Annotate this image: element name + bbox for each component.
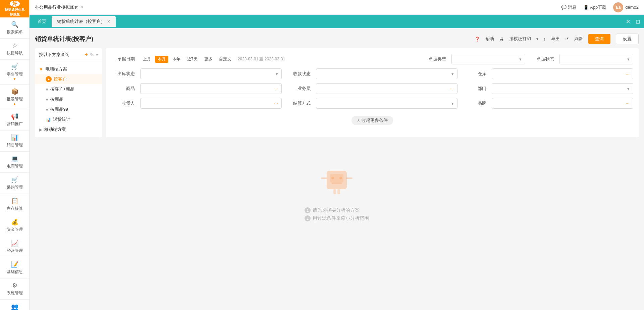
doc-status-select[interactable]: ▾ xyxy=(559,54,633,64)
scheme-panel-title: 按以下方案查询 xyxy=(39,52,69,58)
scheme-goods-label: 按商品 xyxy=(50,96,63,102)
ecommerce-icon: 💻 xyxy=(11,155,18,162)
sidebar-item-wholesale[interactable]: 📦 批发管理 ▲ xyxy=(0,85,29,109)
tab-close-all-icon[interactable]: ✕ xyxy=(625,17,632,26)
date-tab-this-year[interactable]: 本年 xyxy=(170,56,183,63)
salesperson-ellipsis[interactable]: ··· xyxy=(450,86,454,91)
scheme-item-return[interactable]: 📊 退货统计 xyxy=(35,114,102,124)
tab-sales-report-label: 销货单统计表（按客户） xyxy=(57,18,105,24)
scheme-actions: + ✎ « xyxy=(85,52,98,58)
collapse-button[interactable]: ∧ 收起更多条件 xyxy=(352,116,393,125)
date-tab-this-month[interactable]: 本月 xyxy=(155,56,168,63)
goods-select[interactable]: ··· xyxy=(140,83,282,94)
recipient-ellipsis[interactable]: ··· xyxy=(274,101,278,106)
sidebar-item-purchase[interactable]: 🛒 采购管理 xyxy=(0,173,29,194)
industry-dropdown-icon[interactable]: ▾ xyxy=(81,5,83,9)
refresh-icon: ↺ xyxy=(565,37,569,42)
export-button[interactable]: ↑ 导出 xyxy=(544,36,560,42)
app-download-button[interactable]: 📱 App下载 xyxy=(583,4,606,10)
user-name: demo2 xyxy=(625,5,639,10)
tab-sales-report[interactable]: 销货单统计表（按客户） ✕ xyxy=(52,16,116,27)
date-tabs: 上月 本月 本年 近7天 更多 自定义 2023-03-01 至 2023-03… xyxy=(140,56,285,63)
doc-type-select[interactable]: ▾ xyxy=(451,54,525,64)
filter-panel: 单据日期 上月 本月 本年 近7天 更多 自定义 2023-03-01 至 20… xyxy=(106,48,639,137)
recipient-select[interactable]: ··· xyxy=(140,98,282,109)
sidebar-item-collab[interactable]: 👥 企业协同 xyxy=(0,300,29,310)
scheme-add-icon[interactable]: + xyxy=(85,52,88,58)
scheme-return-icon: 📊 xyxy=(46,117,51,122)
sidebar-item-inventory[interactable]: 📋 库存核算 xyxy=(0,194,29,215)
date-tab-7days[interactable]: 近7天 xyxy=(184,56,200,63)
date-tab-more[interactable]: 更多 xyxy=(202,56,215,63)
scheme-group-pc-label: 电脑端方案 xyxy=(45,66,67,72)
sidebar-item-finance[interactable]: 💰 资金管理 xyxy=(0,215,29,236)
receipt-status-select[interactable]: ▾ xyxy=(316,68,458,79)
date-tab-last-month[interactable]: 上月 xyxy=(140,56,154,63)
sidebar-item-search[interactable]: 🔍 搜索菜单 xyxy=(0,17,29,39)
date-tab-custom[interactable]: 自定义 xyxy=(216,56,234,63)
goods-ellipsis[interactable]: ··· xyxy=(274,86,278,91)
salesperson-select[interactable]: ··· xyxy=(316,83,458,94)
settlement-select[interactable]: ▾ xyxy=(316,98,458,109)
scheme-collapse-icon[interactable]: « xyxy=(96,52,98,57)
query-button[interactable]: 查询 xyxy=(588,34,610,44)
scheme-group-arrow: ▼ xyxy=(39,67,43,72)
logo-subtitle: 标准版 xyxy=(10,12,20,17)
sidebar-item-nav[interactable]: ☆ 快捷导航 xyxy=(0,39,29,60)
empty-hints: 1 请先选择要分析的方案 2 用过滤条件来缩小分析范围 xyxy=(305,205,369,223)
message-button[interactable]: 💬 消息 xyxy=(561,4,577,10)
doc-status-label: 单据状态 xyxy=(531,56,554,62)
sidebar-label-sales: 销售管理 xyxy=(7,142,23,148)
tab-close-icon[interactable]: ✕ xyxy=(107,19,110,24)
header-right: 💬 消息 📱 App下载 Ea demo2 xyxy=(561,2,639,12)
scheme-customer-goods-label: 按客户+商品 xyxy=(50,86,75,92)
settings-button[interactable]: 设置 xyxy=(616,34,639,44)
svg-rect-5 xyxy=(333,189,336,194)
refresh-button[interactable]: ↺ 刷新 xyxy=(565,36,583,42)
inventory-icon: 📋 xyxy=(11,197,18,205)
scheme-tree: ▼ 电脑端方案 ● 按客户 ≡ 按客户+商品 ≡ 按商品 xyxy=(35,61,102,137)
tab-restore-icon[interactable]: ⊡ xyxy=(634,17,641,26)
marketing-icon: 📢 xyxy=(11,113,18,120)
sidebar: 好 畅捷通好生意 标准版 🔍 搜索菜单 ☆ 快捷导航 🛒 零售管理 ▼ 📦 批发… xyxy=(0,0,30,310)
sidebar-item-ecommerce[interactable]: 💻 电商管理 xyxy=(0,152,29,173)
scheme-group-mobile-label: 移动端方案 xyxy=(44,126,66,133)
print-arrow-icon: ▾ xyxy=(536,37,538,41)
sidebar-item-system[interactable]: ⚙ 系统管理 xyxy=(0,278,29,300)
scheme-item-customer[interactable]: ● 按客户 xyxy=(35,74,102,84)
tab-bar: 首页 销货单统计表（按客户） ✕ ✕ ⊡ xyxy=(30,15,644,28)
warehouse-ellipsis[interactable]: ··· xyxy=(626,71,630,76)
sidebar-item-basic[interactable]: 📝 基础信息 xyxy=(0,257,29,278)
empty-svg xyxy=(317,164,357,198)
department-select[interactable]: ▾ xyxy=(492,83,633,94)
collab-icon: 👥 xyxy=(11,303,18,310)
sidebar-label-inventory: 库存核算 xyxy=(7,206,23,211)
sidebar-item-operation[interactable]: 📈 经营管理 xyxy=(0,236,29,257)
brand-ellipsis[interactable]: ··· xyxy=(626,101,630,106)
brand-select[interactable]: ··· xyxy=(492,98,633,109)
sidebar-item-marketing[interactable]: 📢 营销推广 xyxy=(0,109,29,131)
tab-home[interactable]: 首页 xyxy=(32,16,52,27)
avatar: Ea xyxy=(613,2,623,12)
warehouse-select[interactable]: ··· xyxy=(492,68,633,79)
hint-num-1: 1 xyxy=(305,207,311,213)
collapse-label: 收起更多条件 xyxy=(362,117,388,123)
scheme-group-pc[interactable]: ▼ 电脑端方案 xyxy=(35,64,102,74)
scheme-group-mobile[interactable]: ▶ 移动端方案 xyxy=(35,124,102,135)
print-button[interactable]: 🖨 按模板打印 ▾ xyxy=(499,36,538,42)
scheme-item-goods[interactable]: ≡ 按商品 xyxy=(35,94,102,104)
sidebar-label-ecommerce: 电商管理 xyxy=(7,163,23,169)
help-button[interactable]: ❓ 帮助 xyxy=(475,36,494,42)
scheme-edit-icon[interactable]: ✎ xyxy=(90,52,94,57)
purchase-icon: 🛒 xyxy=(11,176,18,184)
user-menu[interactable]: Ea demo2 xyxy=(613,2,639,12)
out-status-select[interactable]: ▾ xyxy=(140,68,282,79)
sidebar-item-sales[interactable]: 📊 销售管理 xyxy=(0,131,29,152)
search-icon: 🔍 xyxy=(11,21,18,28)
sidebar-item-retail[interactable]: 🛒 零售管理 ▼ xyxy=(0,60,29,85)
collapse-row: ∧ 收起更多条件 xyxy=(111,113,633,126)
avatar-text: Ea xyxy=(616,5,621,10)
scheme-item-customer-goods[interactable]: ≡ 按客户+商品 xyxy=(35,84,102,94)
help-label: 帮助 xyxy=(485,36,494,42)
scheme-item-goods99[interactable]: ≡ 按商品99 xyxy=(35,104,102,114)
